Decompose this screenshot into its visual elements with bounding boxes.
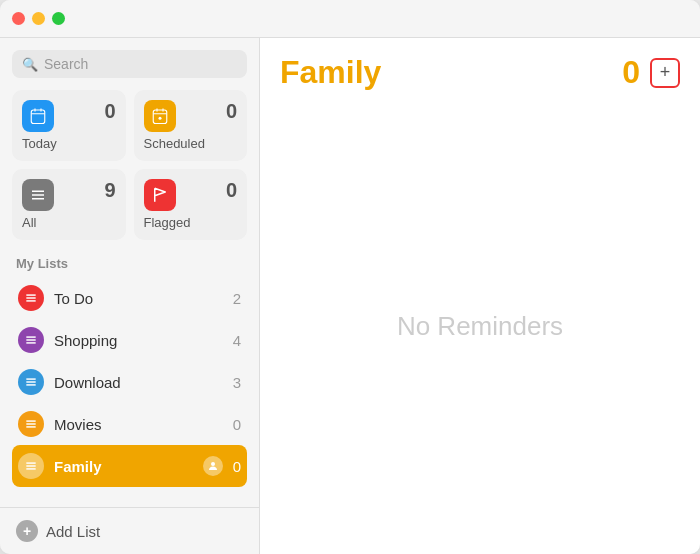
todo-list-count: 2 [233, 290, 241, 307]
flagged-icon [144, 179, 176, 211]
add-list-icon: + [16, 520, 38, 542]
flagged-count: 0 [226, 179, 237, 202]
svg-point-8 [158, 117, 161, 120]
main-content: 🔍 Search [0, 38, 700, 554]
my-lists-header: My Lists [12, 256, 247, 271]
svg-point-27 [211, 462, 215, 466]
download-list-count: 3 [233, 374, 241, 391]
smart-list-today[interactable]: 0 Today [12, 90, 126, 161]
download-list-name: Download [54, 374, 223, 391]
list-item-movies[interactable]: Movies 0 [12, 403, 247, 445]
all-count: 9 [104, 179, 115, 202]
download-list-icon [18, 369, 44, 395]
detail-count: 0 [622, 54, 640, 91]
all-label: All [22, 215, 116, 230]
app-window: 🔍 Search [0, 0, 700, 554]
movies-list-name: Movies [54, 416, 223, 433]
today-label: Today [22, 136, 116, 151]
detail-title: Family [280, 54, 381, 91]
shopping-list-name: Shopping [54, 332, 223, 349]
search-bar[interactable]: 🔍 Search [12, 50, 247, 78]
scheduled-count: 0 [226, 100, 237, 123]
add-list-label: Add List [46, 523, 100, 540]
all-icon [22, 179, 54, 211]
maximize-button[interactable] [52, 12, 65, 25]
todo-list-icon [18, 285, 44, 311]
smart-list-flagged[interactable]: 0 Flagged [134, 169, 248, 240]
title-bar [0, 0, 700, 38]
search-placeholder: Search [44, 56, 88, 72]
traffic-lights [12, 12, 65, 25]
list-item-shopping[interactable]: Shopping 4 [12, 319, 247, 361]
shopping-list-icon [18, 327, 44, 353]
movies-list-count: 0 [233, 416, 241, 433]
list-item-family[interactable]: Family 0 [12, 445, 247, 487]
shopping-list-count: 4 [233, 332, 241, 349]
empty-state-text: No Reminders [397, 311, 563, 342]
smart-list-all[interactable]: 9 All [12, 169, 126, 240]
list-item-todo[interactable]: To Do 2 [12, 277, 247, 319]
shared-icon [203, 456, 223, 476]
detail-panel: Family 0 + No Reminders [260, 38, 700, 554]
scheduled-icon [144, 100, 176, 132]
family-list-count: 0 [233, 458, 241, 475]
add-reminder-button[interactable]: + [650, 58, 680, 88]
smart-list-scheduled[interactable]: 0 Scheduled [134, 90, 248, 161]
list-item-download[interactable]: Download 3 [12, 361, 247, 403]
scheduled-label: Scheduled [144, 136, 238, 151]
movies-list-icon [18, 411, 44, 437]
close-button[interactable] [12, 12, 25, 25]
svg-rect-0 [31, 110, 45, 124]
today-icon [22, 100, 54, 132]
family-list-icon [18, 453, 44, 479]
flagged-label: Flagged [144, 215, 238, 230]
family-list-name: Family [54, 458, 193, 475]
smart-lists-grid: 0 Today [12, 90, 247, 240]
today-count: 0 [104, 100, 115, 123]
detail-header-row: Family 0 + [260, 38, 700, 99]
minimize-button[interactable] [32, 12, 45, 25]
search-icon: 🔍 [22, 57, 38, 72]
add-list-button[interactable]: + Add List [0, 507, 259, 554]
todo-list-name: To Do [54, 290, 223, 307]
sidebar: 🔍 Search [0, 38, 260, 554]
empty-state: No Reminders [260, 99, 700, 554]
